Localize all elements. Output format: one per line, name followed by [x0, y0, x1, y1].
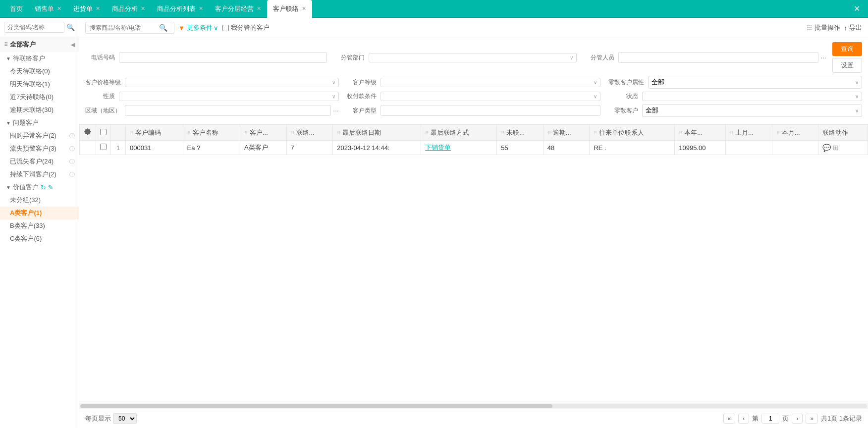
sidebar-item-unclassified[interactable]: 未分组(32) [0, 194, 79, 207]
nav-tab-analysis-list[interactable]: 商品分析列表 ✕ [151, 0, 209, 18]
sidebar-group-value[interactable]: ▼ 价值客户 ↻ ✎ [0, 181, 79, 194]
sidebar-search-input[interactable] [4, 22, 64, 33]
chevron-down-icon-4: ∨ [855, 80, 859, 85]
input-phone[interactable] [119, 52, 327, 63]
row-checkbox[interactable] [100, 144, 107, 150]
input-region[interactable] [125, 105, 331, 116]
col-last-month[interactable]: ⠿上月... [726, 125, 772, 141]
col-customer-code[interactable]: ⠿客户编码 [126, 125, 183, 141]
col-unit-contact[interactable]: ⠿往来单位联系人 [590, 125, 675, 141]
more-filters-button[interactable]: ▼ 更多条件 ∨ [178, 23, 218, 32]
nav-tab-analysis[interactable]: 商品分析 ✕ [106, 0, 151, 18]
search-icon[interactable]: 🔍 [159, 24, 167, 32]
pagination-right: « ‹ 第 页 › » 共1页 1条记录 [723, 414, 862, 424]
close-tab-3[interactable]: ✕ [199, 5, 203, 12]
chevron-down-icon-2: ∨ [332, 80, 335, 85]
link-last-method[interactable]: 下销货单 [425, 144, 451, 151]
sidebar-group-problem[interactable]: ▼ 问题客户 [0, 116, 79, 129]
sidebar-item-declining[interactable]: 持续下滑客户(2) ⓘ [0, 168, 79, 181]
scrollbar-track[interactable] [80, 404, 867, 408]
select-payment[interactable]: ∨ [380, 92, 600, 101]
sidebar-item-churn-warning[interactable]: 流失预警客户(3) ⓘ [0, 142, 79, 155]
select-dept[interactable]: ∨ [369, 53, 577, 62]
page-label: 第 [752, 414, 759, 423]
chevron-down-icon-8: ∨ [855, 108, 859, 113]
col-this-year[interactable]: ⠿本年... [675, 125, 726, 141]
select-customer-level[interactable]: ∨ [380, 78, 600, 87]
sidebar-search-button[interactable]: 🔍 [66, 23, 75, 31]
cell-checkbox[interactable] [96, 141, 111, 155]
sidebar-item-overdue[interactable]: 逾期未联络(30) [0, 104, 79, 116]
my-customers-checkbox[interactable] [222, 25, 229, 31]
nav-tab-customer-contact[interactable]: 客户联络 ✕ [267, 0, 312, 18]
sidebar-item-tomorrow[interactable]: 明天待联络(1) [0, 78, 79, 91]
data-table: ⠿客户编码 ⠿客户名称 ⠿客户... ⠿联络... ⠿最后联络日期 ⠿最后联络方… [79, 124, 868, 155]
select-retail-attr[interactable]: 全部 ∨ [648, 76, 862, 89]
dots-icon-region[interactable]: ··· [333, 107, 339, 114]
col-checkbox[interactable] [96, 125, 111, 141]
col-settings[interactable] [80, 125, 96, 141]
sidebar-item-class-c[interactable]: C类客户(6) [0, 232, 79, 245]
label-retail: 零散客户 [608, 107, 638, 115]
sidebar-item-churned[interactable]: 已流失客户(24) ⓘ [0, 155, 79, 168]
edit-icon[interactable]: ✎ [48, 184, 54, 191]
select-status[interactable]: ∨ [642, 92, 862, 101]
col-level[interactable]: ⠿客户... [240, 125, 287, 141]
select-price-level[interactable]: ∨ [125, 78, 339, 87]
close-tab-4[interactable]: ✕ [257, 5, 261, 12]
close-all-tabs[interactable]: ✕ [850, 4, 864, 13]
filter-row-3: 性质 ∨ 收付款条件 ∨ 状态 [85, 92, 862, 101]
batch-operations-button[interactable]: ☰ 批量操作 [807, 23, 840, 32]
col-contact[interactable]: ⠿联络... [286, 125, 333, 141]
dots-icon-manager[interactable]: ··· [820, 54, 826, 61]
refresh-icon[interactable]: ↻ [41, 184, 46, 191]
filter-cell-dept: 分管部门 ∨ [335, 53, 577, 62]
col-customer-name[interactable]: ⠿客户名称 [183, 125, 240, 141]
select-all-checkbox[interactable] [100, 129, 107, 135]
nav-tab-customer-mgmt[interactable]: 客户分层经营 ✕ [209, 0, 267, 18]
sidebar-all-customers[interactable]: ⠿ 全部客户 ◀ [0, 37, 79, 52]
col-last-contact-date[interactable]: ⠿最后联络日期 [333, 125, 421, 141]
input-customer-type[interactable] [380, 105, 600, 116]
select-nature[interactable]: ∨ [119, 92, 339, 101]
col-last-contact-method[interactable]: ⠿最后联络方式 [421, 125, 497, 141]
label-phone: 电话号码 [85, 54, 115, 62]
sidebar-group-pending[interactable]: ▼ 待联络客户 [0, 52, 79, 65]
scrollbar-thumb[interactable] [80, 404, 552, 408]
chart-icon[interactable]: ⊞ [833, 144, 839, 152]
sidebar-item-7days[interactable]: 近7天待联络(0) [0, 91, 79, 104]
sidebar-item-today[interactable]: 今天待联络(0) [0, 65, 79, 78]
page-size-select[interactable]: 50 [113, 413, 137, 424]
filter-cell-customer-level: 客户等级 ∨ [347, 78, 600, 87]
close-tab-1[interactable]: ✕ [96, 5, 100, 12]
export-button[interactable]: ↑ 导出 [844, 23, 863, 32]
col-no-contact[interactable]: ⠿未联... [497, 125, 543, 141]
next-page-button[interactable]: › [792, 414, 803, 424]
cell-last-method[interactable]: 下销货单 [421, 141, 497, 155]
first-page-button[interactable]: « [723, 414, 736, 424]
page-number-input[interactable] [761, 414, 779, 424]
close-tab-0[interactable]: ✕ [57, 5, 61, 12]
chat-icon[interactable]: 💬 [822, 144, 831, 152]
my-customers-checkbox-label[interactable]: 我分管的客户 [222, 23, 270, 32]
nav-tab-purchase[interactable]: 进货单 ✕ [67, 0, 106, 18]
sidebar-item-hoarding[interactable]: 囤购异常客户(2) ⓘ [0, 129, 79, 142]
nav-tab-sales[interactable]: 销售单 ✕ [29, 0, 67, 18]
col-this-month[interactable]: ⠿本月... [772, 125, 818, 141]
close-tab-2[interactable]: ✕ [141, 5, 145, 12]
settings-button[interactable]: 设置 [832, 58, 862, 73]
sidebar-collapse-btn[interactable]: ◀ [71, 42, 75, 48]
sidebar-item-class-b[interactable]: B类客户(33) [0, 219, 79, 232]
close-tab-5[interactable]: ✕ [302, 5, 306, 12]
chevron-down-icon-5: ∨ [332, 94, 335, 99]
horizontal-scrollbar[interactable] [79, 403, 868, 409]
query-button[interactable]: 查询 [832, 42, 862, 56]
sidebar-item-class-a[interactable]: A类客户(1) [0, 207, 79, 219]
input-manager[interactable] [618, 52, 818, 63]
last-page-button[interactable]: » [806, 414, 818, 424]
prev-page-button[interactable]: ‹ [738, 414, 749, 424]
col-overdue[interactable]: ⠿逾期... [543, 125, 590, 141]
nav-home[interactable]: 首页 [4, 4, 29, 13]
search-input[interactable] [90, 24, 159, 31]
select-retail[interactable]: 全部 ∨ [642, 104, 862, 117]
